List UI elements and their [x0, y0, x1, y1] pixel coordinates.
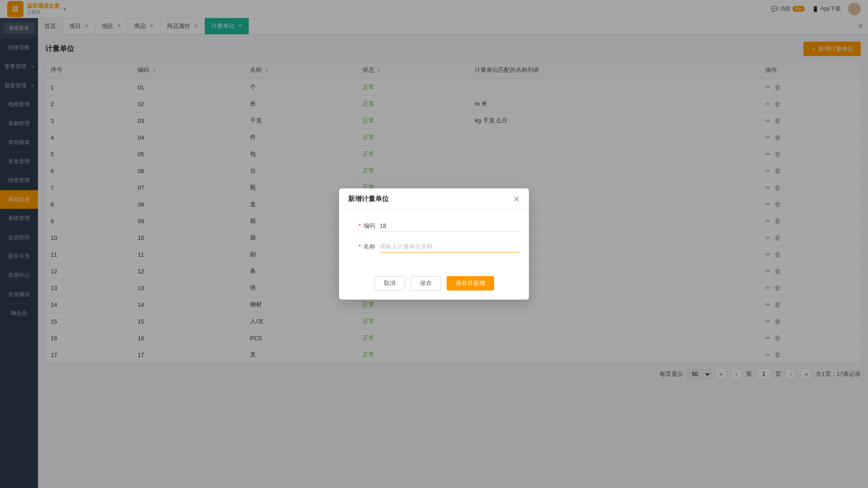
cancel-button[interactable]: 取消: [374, 276, 405, 291]
code-label: * 编码: [348, 222, 375, 230]
name-label: * 名称: [348, 243, 375, 251]
modal-title: 新增计量单位: [348, 195, 389, 203]
modal-footer: 取消 保存 保存并新增: [339, 271, 529, 300]
modal-header: 新增计量单位 ✕: [339, 188, 529, 209]
modal-overlay[interactable]: 新增计量单位 ✕ * 编码 * 名称 取消 保存 保存并新增: [0, 0, 868, 488]
required-star-code: *: [359, 222, 361, 229]
save-button[interactable]: 保存: [410, 276, 441, 291]
save-new-button[interactable]: 保存并新增: [447, 276, 494, 291]
form-row-code: * 编码: [348, 220, 520, 232]
form-row-name: * 名称: [348, 241, 520, 253]
name-input[interactable]: [380, 241, 520, 253]
modal-close-btn[interactable]: ✕: [513, 195, 520, 203]
code-input[interactable]: [380, 220, 520, 232]
modal: 新增计量单位 ✕ * 编码 * 名称 取消 保存 保存并新增: [339, 188, 529, 300]
modal-body: * 编码 * 名称: [339, 209, 529, 271]
required-star-name: *: [359, 243, 361, 250]
